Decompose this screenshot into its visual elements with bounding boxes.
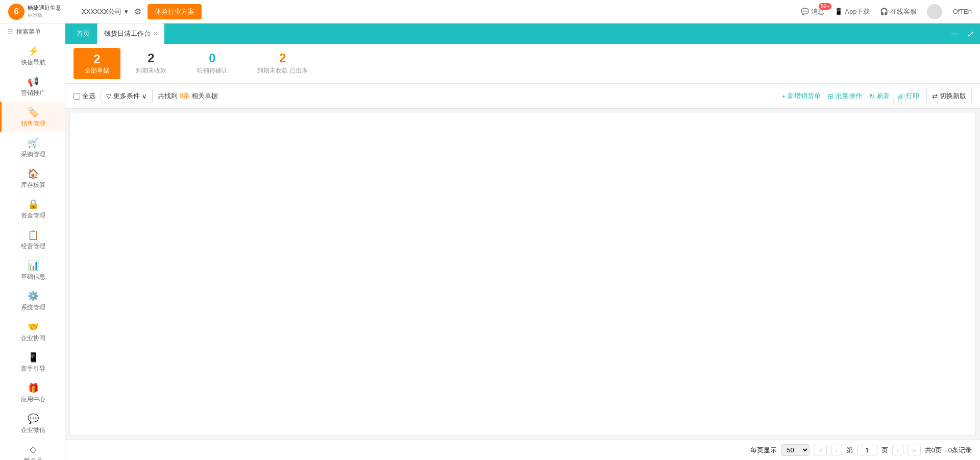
stat-overdue-label: 到期未收款 [136, 66, 166, 75]
service-label: 在线客服 [890, 7, 917, 16]
add-icon: + [781, 92, 786, 100]
sidebar-item-quick-nav[interactable]: ⚡ 快捷导航 [0, 40, 65, 71]
online-service-btn[interactable]: 🎧 在线客服 [880, 7, 917, 16]
sidebar-cooperation-label: 企业协同 [21, 334, 45, 343]
sidebar-item-search-menu[interactable]: ☰ 搜索菜单 [0, 23, 65, 40]
batch-icon: ⊞ [828, 92, 834, 100]
per-page-label: 每页显示 [750, 446, 777, 455]
tab-bar: 首页 钱货日清工作台 × — ⤢ [65, 23, 980, 44]
sidebar-item-operations[interactable]: 📋 经营管理 [0, 224, 65, 255]
last-page-btn[interactable]: » [908, 445, 920, 455]
pagination: 每页显示 50 10 20 100 « ‹ 第 页 › » 共0页，0条记录 [65, 440, 980, 460]
per-page-select[interactable]: 50 10 20 100 [781, 444, 810, 456]
message-btn[interactable]: 💬 消息 99+ [801, 7, 824, 16]
sidebar-basic-info-label: 基础信息 [21, 273, 45, 281]
sidebar-item-system[interactable]: ⚙️ 系统管理 [0, 285, 65, 316]
cooperation-icon: 🤝 [28, 321, 39, 332]
sidebar-sales-label: 销售管理 [21, 119, 45, 128]
more-filter-btn[interactable]: ▽ 更多条件 ∨ [101, 89, 153, 103]
sidebar-app-center-label: 应用中心 [21, 395, 45, 404]
sidebar-item-basic-info[interactable]: 📊 基础信息 [0, 255, 65, 285]
stat-shipped-label: 到期未收款 已出库 [257, 66, 308, 75]
avatar[interactable] [927, 4, 942, 19]
page-label: 第 [846, 446, 853, 455]
sidebar-item-capital[interactable]: 🔒 资金管理 [0, 193, 65, 224]
found-prefix: 共找到 [158, 92, 178, 100]
header: 6 畅捷通好生意 标准版 XXXXXX公司 ▾ ⚙ 体验行业方案 💬 消息 99… [0, 0, 980, 23]
stats-bar: 2 全部单据 2 到期未收款 0 旺铺待确认 2 到期未收款 已出库 [65, 44, 980, 84]
select-all-input[interactable] [74, 93, 80, 100]
company-selector[interactable]: XXXXXX公司 ▾ [82, 7, 128, 16]
logo-text: 畅捷通好生意 标准版 [28, 4, 61, 18]
tab-close-icon[interactable]: × [154, 30, 157, 37]
switch-label: 切换新版 [940, 91, 966, 101]
sidebar-system-label: 系统管理 [21, 303, 45, 312]
sidebar-capital-label: 资金管理 [21, 211, 45, 220]
sidebar-item-member[interactable]: ◇ 畅会员 [0, 439, 65, 460]
sidebar-item-app-center[interactable]: 🎁 应用中心 [0, 377, 65, 408]
stat-all-number: 2 [93, 52, 100, 66]
print-label: 打印 [906, 91, 919, 101]
first-page-btn[interactable]: « [814, 445, 826, 455]
settings-icon[interactable]: ⚙ [134, 7, 141, 16]
batch-label: 批量操作 [836, 91, 862, 101]
batch-action-btn[interactable]: ⊞ 批量操作 [828, 91, 862, 101]
inventory-icon: 🏠 [28, 168, 39, 179]
logo-line1: 畅捷通好生意 [28, 4, 61, 11]
switch-version-btn[interactable]: ⇄ 切换新版 [926, 89, 972, 103]
page-input[interactable] [857, 445, 877, 455]
select-all-checkbox[interactable]: 全选 [74, 91, 95, 101]
experience-btn[interactable]: 体验行业方案 [148, 4, 202, 19]
prev-page-btn[interactable]: ‹ [831, 445, 842, 455]
sidebar-item-purchase[interactable]: 🛒 采购管理 [0, 132, 65, 163]
sidebar: ☰ 搜索菜单 ⚡ 快捷导航 📢 营销推广 🏷️ 销售管理 🛒 采购管理 🏠 库存… [0, 23, 65, 460]
wechat-icon: 💬 [28, 413, 39, 424]
page-suffix: 页 [881, 446, 888, 455]
company-chevron-icon: ▾ [125, 8, 128, 15]
tab-expand-btn[interactable]: ⤢ [965, 27, 976, 41]
sidebar-guide-label: 新手引导 [21, 365, 45, 373]
member-icon: ◇ [30, 444, 37, 455]
message-badge: 99+ [819, 3, 831, 10]
page-content: 2 全部单据 2 到期未收款 0 旺铺待确认 2 到期未收款 已出库 [65, 44, 980, 460]
basic-info-icon: 📊 [28, 260, 39, 271]
capital-icon: 🔒 [28, 199, 39, 210]
tab-home[interactable]: 首页 [69, 23, 97, 44]
stat-card-pending[interactable]: 0 旺铺待确认 [182, 44, 243, 83]
toolbar: 全选 ▽ 更多条件 ∨ 共找到 0条 相关单据 + 新增销货单 [65, 84, 980, 109]
stat-card-overdue[interactable]: 2 到期未收款 [120, 44, 182, 83]
select-all-label: 全选 [82, 91, 95, 101]
refresh-btn[interactable]: ↻ 刷新 [869, 91, 890, 101]
filter-chevron-icon: ∨ [142, 92, 147, 100]
refresh-label: 刷新 [877, 91, 890, 101]
message-icon: 💬 [801, 8, 809, 15]
purchase-icon: 🛒 [28, 137, 39, 149]
app-center-icon: 🎁 [28, 382, 39, 394]
sidebar-operations-label: 经营管理 [21, 242, 45, 251]
tab-minimize-btn[interactable]: — [949, 27, 961, 41]
print-icon: 🖨 [897, 92, 904, 100]
operations-icon: 📋 [28, 229, 39, 240]
sidebar-item-marketing[interactable]: 📢 营销推广 [0, 71, 65, 102]
stat-pending-number: 0 [209, 51, 215, 65]
stat-card-shipped[interactable]: 2 到期未收款 已出库 [243, 44, 322, 83]
app-download-btn[interactable]: 📱 App下载 [835, 7, 870, 16]
sidebar-search-label: 搜索菜单 [16, 28, 41, 36]
tab-bar-actions: — ⤢ [949, 27, 976, 41]
sidebar-item-guide[interactable]: 📱 新手引导 [0, 347, 65, 377]
quick-nav-icon: ⚡ [28, 45, 39, 57]
add-sales-btn[interactable]: + 新增销货单 [781, 91, 821, 101]
tab-workbench[interactable]: 钱货日清工作台 × [97, 23, 164, 44]
sidebar-item-sales[interactable]: 🏷️ 销售管理 [0, 102, 65, 132]
sidebar-item-cooperation[interactable]: 🤝 企业协同 [0, 316, 65, 347]
found-count: 0条 [180, 92, 190, 100]
sidebar-item-inventory[interactable]: 🏠 库存核算 [0, 163, 65, 193]
next-page-btn[interactable]: › [892, 445, 903, 455]
stat-card-all[interactable]: 2 全部单据 [74, 48, 120, 79]
sidebar-member-label: 畅会员 [24, 456, 42, 460]
found-text: 共找到 0条 相关单据 [158, 91, 218, 101]
print-btn[interactable]: 🖨 打印 [897, 91, 919, 101]
sidebar-item-wechat[interactable]: 💬 企业微信 [0, 408, 65, 439]
main-content: 首页 钱货日清工作台 × — ⤢ 2 全部单据 2 到期未收款 [65, 23, 980, 460]
refresh-icon: ↻ [869, 92, 875, 100]
